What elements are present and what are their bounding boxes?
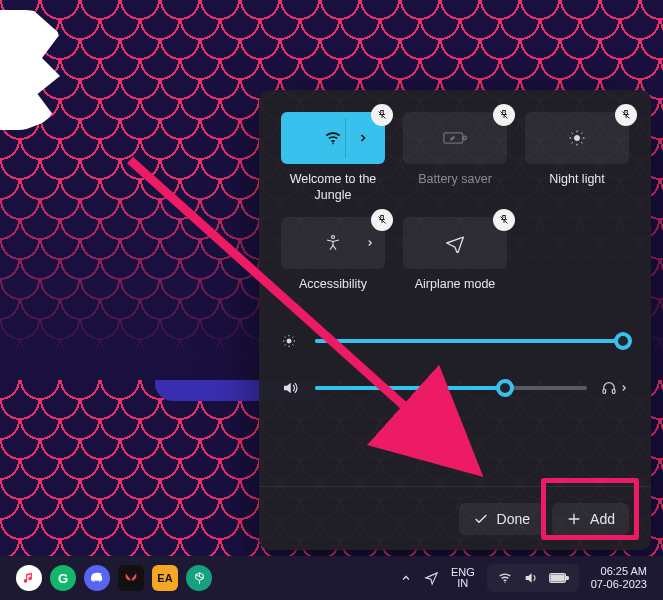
svg-point-0	[332, 143, 334, 145]
chevron-right-icon	[357, 132, 369, 144]
tile-wifi: Welcome to the Jungle	[281, 112, 385, 203]
unpin-button[interactable]	[493, 209, 515, 231]
headphones-icon	[601, 380, 617, 396]
svg-point-5	[287, 339, 291, 343]
tile-label: Battery saver	[418, 172, 492, 202]
taskbar: G EA ENG IN	[0, 556, 663, 600]
tile-airplane: Airplane mode	[403, 217, 507, 307]
tile-battery-saver: Battery saver	[403, 112, 507, 203]
wallpaper-shape	[0, 10, 60, 130]
language-indicator[interactable]: ENG IN	[451, 567, 475, 589]
unpin-button[interactable]	[371, 104, 393, 126]
tile-label: Welcome to the Jungle	[281, 172, 385, 203]
check-icon	[473, 511, 489, 527]
night-light-icon	[567, 128, 587, 148]
unpin-button[interactable]	[615, 104, 637, 126]
wifi-toggle[interactable]	[281, 112, 385, 164]
app-icon-chatgpt[interactable]	[186, 565, 212, 591]
plus-icon	[566, 511, 582, 527]
clock-date: 07-06-2023	[591, 578, 647, 591]
brightness-slider[interactable]	[315, 339, 629, 343]
clock[interactable]: 06:25 AM 07-06-2023	[591, 565, 653, 590]
tile-accessibility: Accessibility	[281, 217, 385, 307]
tile-label: Night light	[549, 172, 605, 202]
system-tray: ENG IN 06:25 AM 07-06-2023	[400, 564, 657, 592]
svg-rect-11	[566, 577, 568, 580]
audio-output-button[interactable]	[601, 380, 629, 396]
accessibility-icon	[324, 234, 342, 252]
volume-knob[interactable]	[496, 379, 514, 397]
volume-slider-row	[281, 379, 629, 397]
brightness-fill	[315, 339, 623, 343]
clock-time: 06:25 AM	[591, 565, 647, 578]
volume-icon	[281, 379, 301, 397]
svg-rect-12	[551, 575, 564, 581]
done-button[interactable]: Done	[459, 503, 544, 535]
quick-settings-tiles: Welcome to the Jungle Battery saver	[281, 112, 629, 307]
volume-fill	[315, 386, 505, 390]
app-icon-valorant[interactable]	[118, 565, 144, 591]
unpin-button[interactable]	[493, 104, 515, 126]
volume-slider[interactable]	[315, 386, 587, 390]
app-icon-ea[interactable]: EA	[152, 565, 178, 591]
wifi-icon	[497, 570, 513, 586]
accessibility-toggle[interactable]	[281, 217, 385, 269]
svg-point-4	[332, 236, 335, 239]
volume-icon	[523, 570, 539, 586]
lang-bottom: IN	[451, 578, 475, 589]
airplane-icon	[445, 233, 465, 253]
quick-settings-panel: Welcome to the Jungle Battery saver	[259, 90, 651, 550]
chevron-right-icon	[365, 238, 375, 248]
unpin-button[interactable]	[371, 209, 393, 231]
brightness-knob[interactable]	[614, 332, 632, 350]
app-icon-discord[interactable]	[84, 565, 110, 591]
svg-point-3	[575, 136, 580, 141]
done-label: Done	[497, 511, 530, 527]
tray-overflow-icon[interactable]	[400, 572, 412, 584]
svg-rect-2	[464, 136, 467, 139]
tile-night-light: Night light	[525, 112, 629, 203]
battery-saver-toggle[interactable]	[403, 112, 507, 164]
taskbar-pinned-apps: G EA	[6, 565, 212, 591]
sliders	[281, 333, 629, 411]
svg-rect-7	[612, 390, 615, 394]
chevron-right-icon	[619, 383, 629, 393]
app-icon-grammarly[interactable]: G	[50, 565, 76, 591]
network-volume-battery[interactable]	[487, 564, 579, 592]
battery-leaf-icon	[443, 128, 467, 148]
brightness-slider-row	[281, 333, 629, 349]
airplane-mode-toggle[interactable]	[403, 217, 507, 269]
tile-label: Accessibility	[299, 277, 367, 307]
brightness-icon	[281, 333, 301, 349]
night-light-toggle[interactable]	[525, 112, 629, 164]
wifi-icon	[323, 128, 343, 148]
battery-icon	[549, 571, 569, 585]
svg-rect-6	[603, 390, 606, 394]
panel-footer: Done Add	[259, 486, 651, 550]
app-icon-music[interactable]	[16, 565, 42, 591]
add-label: Add	[590, 511, 615, 527]
add-button[interactable]: Add	[552, 503, 629, 535]
svg-point-9	[504, 582, 505, 583]
location-icon[interactable]	[424, 571, 439, 586]
wifi-expand[interactable]	[345, 118, 379, 158]
tile-label: Airplane mode	[415, 277, 496, 307]
